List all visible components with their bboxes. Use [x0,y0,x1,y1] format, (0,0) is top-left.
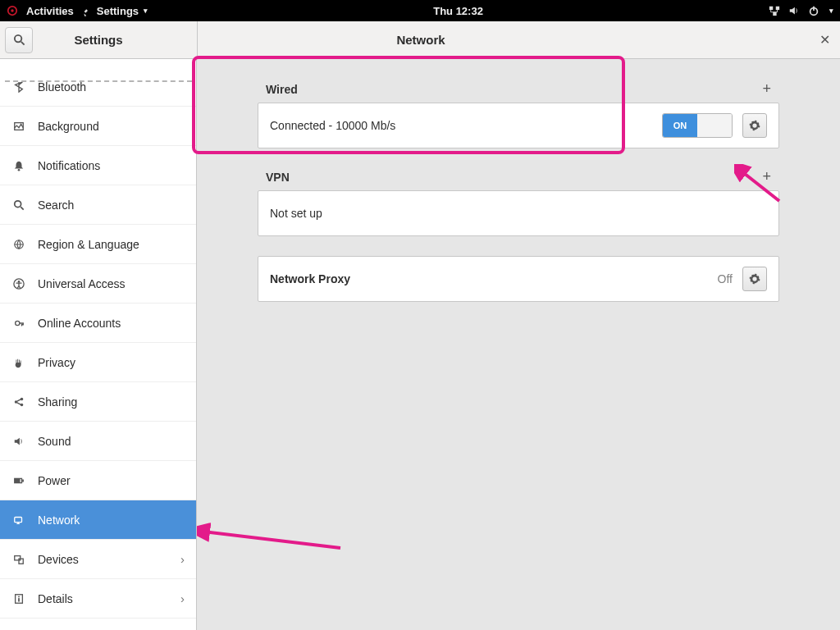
svg-point-15 [21,397,24,400]
proxy-state: Off [718,272,733,285]
bluetooth-icon [11,81,26,93]
share-icon [11,396,26,408]
sidebar-top-divider [5,80,192,82]
close-button[interactable]: ✕ [809,21,840,59]
vpn-panel: Not set up [258,190,779,236]
wired-connection-row: Connected - 10000 Mb/s ON [258,103,778,148]
power-indicator-icon[interactable] [808,5,819,16]
sidebar-item-label: Privacy [38,356,185,369]
sidebar-item-label: Region & Language [38,238,185,251]
system-menu-chevron-icon[interactable]: ▾ [829,7,833,15]
proxy-row[interactable]: Network Proxy Off [258,257,778,301]
sidebar-item-label: Details [38,592,169,605]
sidebar-item-label: Devices [38,553,169,566]
proxy-panel: Network Proxy Off [258,256,779,302]
battery-icon [11,475,26,486]
add-vpn-button[interactable]: + [762,168,771,185]
vpn-title: VPN [266,171,290,184]
search-icon [13,34,25,46]
settings-sidebar: Bluetooth Background Notifications Searc… [0,59,197,630]
clock[interactable]: Thu 12:32 [433,5,483,17]
svg-rect-24 [18,598,20,601]
sidebar-item-label: Background [38,120,185,133]
page-title: Network [33,33,809,47]
info-icon [11,593,26,605]
titlebar: Settings Network ✕ [0,21,840,59]
sidebar-item-power[interactable]: Power [0,461,196,500]
svg-point-1 [11,9,14,12]
sidebar-item-online-accounts[interactable]: Online Accounts [0,304,196,343]
settings-window: Settings Network ✕ Bluetooth Background … [0,21,840,630]
svg-point-23 [18,596,20,597]
svg-rect-20 [15,555,21,559]
svg-point-12 [18,281,21,283]
sidebar-item-label: Online Accounts [38,317,185,330]
volume-indicator-icon[interactable] [788,5,800,16]
search-button[interactable] [5,27,33,53]
sidebar-item-notifications[interactable]: Notifications [0,146,196,185]
network-indicator-icon[interactable] [769,5,780,16]
sidebar-item-sharing[interactable]: Sharing [0,382,196,422]
sidebar-item-region-language[interactable]: Region & Language [0,225,196,264]
proxy-settings-button[interactable] [742,267,767,291]
svg-rect-18 [16,479,20,482]
sidebar-item-bluetooth[interactable]: Bluetooth [0,67,196,107]
svg-rect-21 [19,559,23,564]
wired-status: Connected - 10000 Mb/s [270,119,652,132]
hand-icon [11,357,26,368]
sidebar-item-search[interactable]: Search [0,185,196,225]
vpn-status: Not set up [270,207,767,220]
distro-icon [7,5,18,16]
sidebar-item-label: Search [38,199,185,212]
cloud-key-icon [11,317,26,329]
wired-settings-button[interactable] [742,113,767,138]
wired-section-header: Wired + [258,80,779,103]
wired-panel: Connected - 10000 Mb/s ON [258,103,779,148]
svg-rect-19 [15,517,22,522]
vpn-row: Not set up [258,191,778,235]
gnome-topbar: Activities Settings ▾ Thu 12:32 ▾ [0,0,840,21]
svg-point-6 [14,35,21,42]
gear-icon [749,120,760,131]
accessibility-icon [11,278,26,290]
background-icon [11,121,26,132]
sidebar-item-label: Network [38,514,185,527]
svg-point-13 [16,321,20,325]
bell-icon [11,160,26,171]
sidebar-item-network[interactable]: Network [0,500,196,540]
network-settings-content: Wired + Connected - 10000 Mb/s ON [197,59,840,630]
speaker-icon [11,436,26,447]
sidebar-item-label: Sound [38,435,185,448]
sidebar-item-universal-access[interactable]: Universal Access [0,264,196,304]
close-icon: ✕ [819,32,830,48]
vpn-section-header: VPN + [258,168,779,190]
app-menu-label: Settings [97,5,139,17]
chevron-right-icon: › [180,552,185,566]
proxy-title: Network Proxy [270,272,708,285]
sidebar-item-privacy[interactable]: Privacy [0,343,196,382]
sidebar-item-devices[interactable]: Devices › [0,540,196,579]
network-icon [11,514,26,526]
svg-point-16 [21,403,24,406]
wired-title: Wired [266,83,298,96]
wired-switch[interactable]: ON [662,113,733,138]
devices-icon [11,554,26,565]
sidebar-item-label: Universal Access [38,277,185,290]
activities-button[interactable]: Activities [26,5,74,17]
gear-icon [749,273,760,285]
svg-point-8 [18,168,21,171]
sidebar-item-details[interactable]: Details › [0,579,196,619]
titlebar-divider [197,21,198,58]
svg-rect-3 [776,7,779,10]
app-menu[interactable]: Settings ▾ [82,5,148,17]
sidebar-item-sound[interactable]: Sound [0,422,196,461]
chevron-right-icon: › [180,591,185,605]
sidebar-item-background[interactable]: Background [0,107,196,146]
svg-point-9 [15,200,21,207]
sidebar-item-label: Power [38,474,185,487]
svg-rect-2 [769,7,773,10]
sidebar-item-label: Sharing [38,395,185,409]
add-wired-button[interactable]: + [762,80,771,98]
search-icon [11,199,26,211]
switch-off-half [697,114,732,137]
